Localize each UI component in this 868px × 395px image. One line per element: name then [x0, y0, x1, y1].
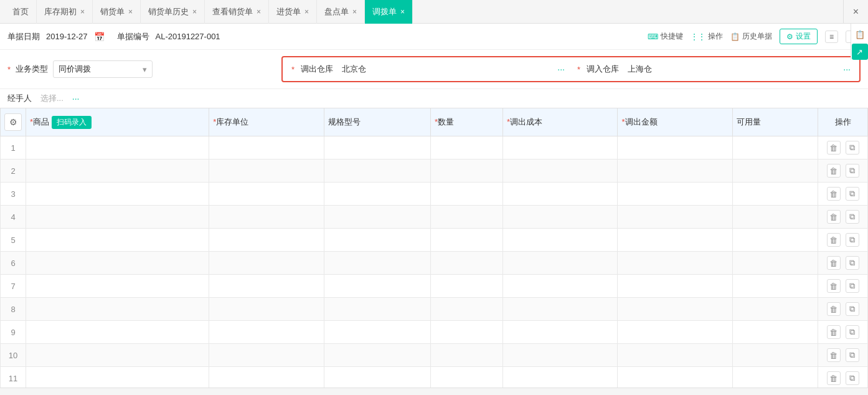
cell-unit[interactable] — [209, 367, 324, 388]
cell-cost[interactable] — [502, 252, 618, 275]
cell-spec[interactable] — [324, 206, 430, 229]
copy-row-icon[interactable]: ⧉ — [846, 279, 859, 293]
cell-amount[interactable] — [618, 136, 733, 159]
copy-row-icon[interactable]: ⧉ — [846, 164, 859, 178]
sidebar-notes-icon[interactable]: 📋 — [852, 26, 868, 42]
cell-quantity[interactable] — [430, 136, 502, 159]
cell-available[interactable] — [732, 367, 818, 388]
cell-cost[interactable] — [502, 229, 618, 252]
cell-product[interactable] — [26, 206, 209, 229]
delete-row-icon[interactable]: 🗑 — [827, 164, 841, 178]
cell-amount[interactable] — [618, 206, 733, 229]
cell-product[interactable] — [26, 136, 209, 159]
cell-quantity[interactable] — [430, 159, 502, 183]
cell-unit[interactable] — [209, 321, 324, 344]
close-icon[interactable]: × — [192, 7, 197, 16]
cell-spec[interactable] — [324, 321, 430, 344]
tab-home[interactable]: 首页 — [5, 0, 37, 24]
delete-row-icon[interactable]: 🗑 — [827, 187, 841, 201]
table-settings-icon[interactable]: ⚙ — [4, 113, 22, 131]
delete-row-icon[interactable]: 🗑 — [827, 256, 841, 270]
cell-product[interactable] — [26, 321, 209, 344]
cell-amount[interactable] — [618, 344, 733, 367]
cell-quantity[interactable] — [430, 344, 502, 367]
copy-row-icon[interactable]: ⧉ — [846, 325, 859, 339]
biz-type-select[interactable]: 同价调拨 ▾ — [53, 60, 153, 78]
close-icon[interactable]: × — [257, 7, 261, 16]
cell-quantity[interactable] — [430, 206, 502, 229]
history-button[interactable]: 📋 历史单据 — [730, 31, 772, 42]
cell-cost[interactable] — [502, 344, 618, 367]
cell-available[interactable] — [732, 344, 818, 367]
tab-inventory-check[interactable]: 盘点单 × — [317, 0, 365, 24]
copy-row-icon[interactable]: ⧉ — [846, 371, 859, 385]
cell-available[interactable] — [732, 252, 818, 275]
shortcuts-button[interactable]: ⌨ 快捷键 — [648, 31, 683, 42]
person-select[interactable]: 选择... — [40, 93, 64, 104]
cell-unit[interactable] — [209, 344, 324, 367]
cell-unit[interactable] — [209, 252, 324, 275]
tab-purchase-order[interactable]: 进货单 × — [269, 0, 317, 24]
cell-spec[interactable] — [324, 367, 430, 388]
delete-row-icon[interactable]: 🗑 — [827, 348, 841, 362]
cell-unit[interactable] — [209, 298, 324, 321]
cell-amount[interactable] — [618, 183, 733, 206]
cell-product[interactable] — [26, 159, 209, 183]
cell-spec[interactable] — [324, 275, 430, 298]
in-warehouse-more-icon[interactable]: ··· — [843, 64, 851, 74]
cell-quantity[interactable] — [430, 183, 502, 206]
cell-available[interactable] — [732, 206, 818, 229]
delete-row-icon[interactable]: 🗑 — [827, 325, 841, 339]
delete-row-icon[interactable]: 🗑 — [827, 279, 841, 293]
cell-cost[interactable] — [502, 159, 618, 183]
cell-quantity[interactable] — [430, 229, 502, 252]
delete-row-icon[interactable]: 🗑 — [827, 371, 841, 385]
cell-available[interactable] — [732, 229, 818, 252]
copy-row-icon[interactable]: ⧉ — [846, 233, 859, 247]
cell-cost[interactable] — [502, 298, 618, 321]
cell-amount[interactable] — [618, 275, 733, 298]
delete-row-icon[interactable]: 🗑 — [827, 302, 841, 316]
delete-row-icon[interactable]: 🗑 — [827, 233, 841, 247]
cell-unit[interactable] — [209, 183, 324, 206]
delete-row-icon[interactable]: 🗑 — [827, 210, 841, 224]
copy-row-icon[interactable]: ⧉ — [846, 256, 859, 270]
calendar-icon[interactable]: 📅 — [94, 32, 105, 42]
cell-product[interactable] — [26, 298, 209, 321]
cell-quantity[interactable] — [430, 252, 502, 275]
cell-unit[interactable] — [209, 275, 324, 298]
cell-quantity[interactable] — [430, 321, 502, 344]
tab-transfer[interactable]: 调拨单 × — [365, 0, 413, 24]
tab-sales-order[interactable]: 销货单 × — [93, 0, 141, 24]
cell-spec[interactable] — [324, 159, 430, 183]
cell-available[interactable] — [732, 183, 818, 206]
view-toggle-list[interactable]: ≡ — [825, 31, 838, 43]
copy-row-icon[interactable]: ⧉ — [846, 302, 859, 316]
copy-row-icon[interactable]: ⧉ — [846, 187, 859, 201]
tab-inventory-init[interactable]: 库存期初 × — [37, 0, 93, 24]
copy-row-icon[interactable]: ⧉ — [846, 141, 859, 155]
cell-spec[interactable] — [324, 183, 430, 206]
copy-row-icon[interactable]: ⧉ — [846, 210, 859, 224]
out-warehouse-more-icon[interactable]: ··· — [557, 64, 565, 74]
cell-product[interactable] — [26, 275, 209, 298]
cell-product[interactable] — [26, 344, 209, 367]
cell-unit[interactable] — [209, 229, 324, 252]
cell-spec[interactable] — [324, 298, 430, 321]
cell-available[interactable] — [732, 275, 818, 298]
close-icon[interactable]: × — [128, 7, 133, 16]
operations-button[interactable]: ⋮⋮ 操作 — [691, 31, 723, 42]
barcode-scan-button[interactable]: 扫码录入 — [52, 116, 92, 129]
cell-unit[interactable] — [209, 206, 324, 229]
sidebar-export-icon[interactable]: ↗ — [852, 44, 868, 60]
cell-cost[interactable] — [502, 206, 618, 229]
cell-product[interactable] — [26, 183, 209, 206]
cell-cost[interactable] — [502, 367, 618, 388]
cell-cost[interactable] — [502, 183, 618, 206]
settings-button[interactable]: ⚙ 设置 — [780, 29, 818, 44]
tab-sales-history[interactable]: 销货单历史 × — [141, 0, 205, 24]
cell-cost[interactable] — [502, 275, 618, 298]
cell-spec[interactable] — [324, 229, 430, 252]
cell-quantity[interactable] — [430, 275, 502, 298]
cell-cost[interactable] — [502, 321, 618, 344]
